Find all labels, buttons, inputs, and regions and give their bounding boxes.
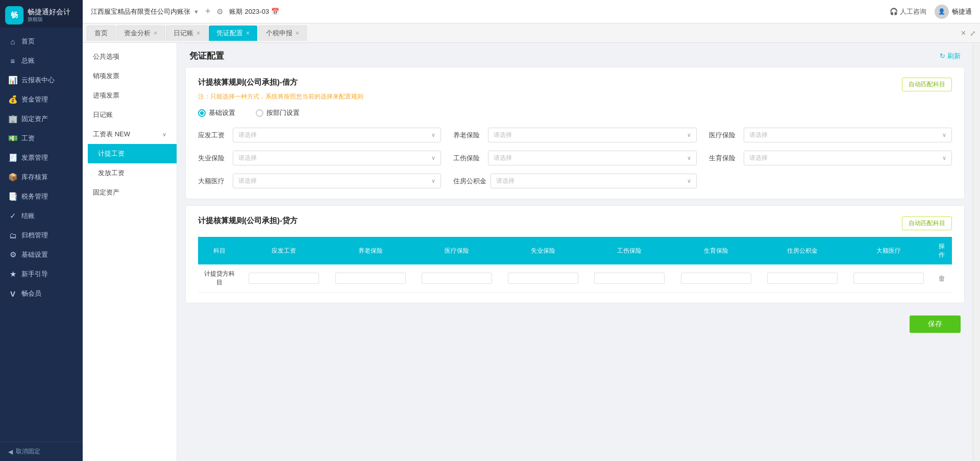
form-item-yingfa: 应发工资 请选择 ∨ (198, 128, 441, 142)
chevron-down-icon: ∨ (162, 131, 166, 138)
input-yingfa[interactable] (249, 273, 319, 284)
credit-section-title: 计提核算规则(公司承担)-贷方 (198, 216, 298, 226)
sidebar-item-inventory[interactable]: 📦 库存核算 (0, 167, 83, 187)
user-menu[interactable]: 👤 畅捷通 (935, 5, 972, 19)
calendar-icon: 📅 (271, 8, 279, 15)
table-row: 计提贷方科目 🗑 (198, 264, 952, 293)
sidebar-item-settings[interactable]: ⚙ 基础设置 (0, 245, 83, 264)
sub-nav-accrual[interactable]: 计提工资 (88, 144, 177, 163)
shengyu-arrow: ∨ (942, 155, 946, 161)
tab-capital[interactable]: 资金分析 × (116, 26, 165, 41)
close-window-button[interactable]: × (961, 29, 966, 38)
add-tab-button[interactable]: + (205, 6, 211, 17)
shiye-select[interactable]: 请选择 ∨ (233, 151, 441, 165)
salary-icon: 💵 (8, 134, 17, 143)
close-voucher-tab[interactable]: × (246, 30, 250, 37)
sub-nav-fixed-assets[interactable]: 固定资产 (83, 183, 177, 202)
archive-icon: 🗂 (8, 231, 17, 240)
sidebar-item-home[interactable]: ⌂ 首页 (0, 32, 83, 51)
radio-basic[interactable]: 基础设置 (198, 108, 235, 117)
tab-voucher-label: 凭证配置 (216, 29, 243, 38)
sub-nav-purchase[interactable]: 进项发票 (83, 86, 177, 105)
col-action: 操作 (932, 237, 952, 264)
delete-row-button[interactable]: 🗑 (938, 274, 945, 282)
settings-icon: ⚙ (8, 250, 17, 259)
headset-icon: 🎧 (890, 8, 898, 15)
sidebar-item-label: 新手引导 (21, 270, 48, 279)
yingfa-select[interactable]: 请选择 ∨ (233, 128, 441, 142)
yiliao-select[interactable]: 请选择 ∨ (744, 128, 952, 142)
sub-nav-diary[interactable]: 日记账 (83, 105, 177, 125)
sidebar-item-capital[interactable]: 💰 资金管理 (0, 90, 83, 109)
shiye-label: 失业保险 (198, 154, 229, 163)
settings-button[interactable]: ⚙ (216, 7, 223, 16)
sidebar-item-archive[interactable]: 🗂 归档管理 (0, 226, 83, 245)
input-yiliao[interactable] (422, 273, 492, 284)
radio-dept[interactable]: 按部门设置 (256, 108, 300, 117)
invoice-icon: 🧾 (8, 153, 17, 162)
tab-tax-label: 个税申报 (266, 29, 292, 38)
debit-rules-section: 计提核算规则(公司承担)-借方 注：只能选择一种方式，系统将按照您当前的选择来配… (185, 67, 965, 199)
daeyiliao-placeholder: 请选择 (238, 177, 257, 185)
close-capital-tab[interactable]: × (154, 30, 157, 37)
sidebar-item-guide[interactable]: ★ 新手引导 (0, 264, 83, 284)
sub-nav-payment[interactable]: 发放工资 (88, 163, 177, 183)
yanglao-select[interactable]: 请选择 ∨ (488, 128, 696, 142)
tab-home[interactable]: 首页 (87, 26, 115, 41)
close-diary-tab[interactable]: × (197, 30, 200, 37)
input-gongjijin[interactable] (767, 273, 838, 284)
sidebar-item-tax[interactable]: 📑 税务管理 (0, 187, 83, 206)
input-shengyu[interactable] (681, 273, 751, 284)
tab-diary[interactable]: 日记账 × (166, 26, 208, 41)
sidebar-item-ledger[interactable]: ≡ 总账 (0, 51, 83, 70)
shiye-arrow: ∨ (431, 155, 435, 161)
scrollbar[interactable] (973, 43, 980, 461)
sub-nav-sales-label: 销项发票 (93, 72, 119, 80)
sidebar-item-invoice[interactable]: 🧾 发票管理 (0, 148, 83, 167)
auto-match-credit-button[interactable]: 自动匹配科目 (902, 216, 952, 230)
tab-tax[interactable]: 个税申报 × (258, 26, 307, 41)
refresh-button[interactable]: ↻ 刷新 (940, 52, 961, 61)
sidebar-item-vip[interactable]: V 畅会员 (0, 284, 83, 303)
sub-nav-public[interactable]: 公共选项 (83, 47, 177, 66)
inventory-icon: 📦 (8, 173, 17, 182)
input-shiye[interactable] (508, 273, 578, 284)
input-yanglao[interactable] (335, 273, 406, 284)
yiliao-arrow: ∨ (942, 132, 946, 138)
gongshang-select[interactable]: 请选择 ∨ (488, 151, 696, 165)
sidebar-item-label: 归档管理 (21, 231, 48, 240)
debit-form-grid: 应发工资 请选择 ∨ 养老保险 请选择 ∨ 医疗 (198, 128, 952, 188)
service-button[interactable]: 🎧 人工咨询 (890, 7, 926, 16)
cell-gongshang (586, 264, 673, 293)
expand-window-button[interactable]: ⤢ (970, 29, 976, 37)
tab-voucher[interactable]: 凭证配置 × (209, 26, 257, 41)
daeyiliao-select[interactable]: 请选择 ∨ (233, 174, 441, 188)
input-daeyiliao[interactable] (853, 273, 924, 284)
shengyu-select[interactable]: 请选择 ∨ (744, 151, 952, 165)
company-selector[interactable]: 江西服宝精品有限责任公司内账张 ▼ (91, 7, 199, 16)
gongjijin-select[interactable]: 请选择 ∨ (491, 174, 696, 188)
sidebar-item-fixed[interactable]: 🏢 固定资产 (0, 109, 83, 129)
close-tax-tab[interactable]: × (296, 30, 299, 37)
sidebar-item-salary[interactable]: 💵 工资 (0, 129, 83, 148)
save-button[interactable]: 保存 (910, 316, 961, 333)
sidebar-item-label: 库存核算 (21, 173, 48, 182)
tabs-right: × ⤢ (961, 29, 976, 38)
period-selector[interactable]: 账期 2023-03 📅 (229, 7, 279, 16)
cancel-pin-button[interactable]: ◀ 取消固定 (0, 442, 83, 461)
shengyu-placeholder: 请选择 (749, 154, 768, 162)
sidebar-item-checkout[interactable]: ✓ 结账 (0, 206, 83, 226)
auto-match-debit-button[interactable]: 自动匹配科目 (902, 78, 952, 91)
input-gongshang[interactable] (594, 273, 665, 284)
yanglao-placeholder: 请选择 (494, 131, 512, 139)
form-item-daeyiliao: 大额医疗 请选择 ∨ (198, 174, 441, 188)
sidebar-item-reports[interactable]: 📊 云报表中心 (0, 70, 83, 90)
sub-nav-accrual-label: 计提工资 (98, 150, 125, 157)
sidebar-item-label: 总账 (21, 56, 35, 65)
sidebar-item-label: 资金管理 (21, 95, 48, 104)
topbar-right: 🎧 人工咨询 👤 畅捷通 (890, 5, 972, 19)
sub-nav-sales[interactable]: 销项发票 (83, 66, 177, 86)
sub-nav-salary-sheet[interactable]: 工资表 NEW ∨ (83, 125, 177, 144)
tab-diary-label: 日记账 (174, 29, 193, 38)
col-gongshang: 工伤保险 (586, 237, 673, 264)
